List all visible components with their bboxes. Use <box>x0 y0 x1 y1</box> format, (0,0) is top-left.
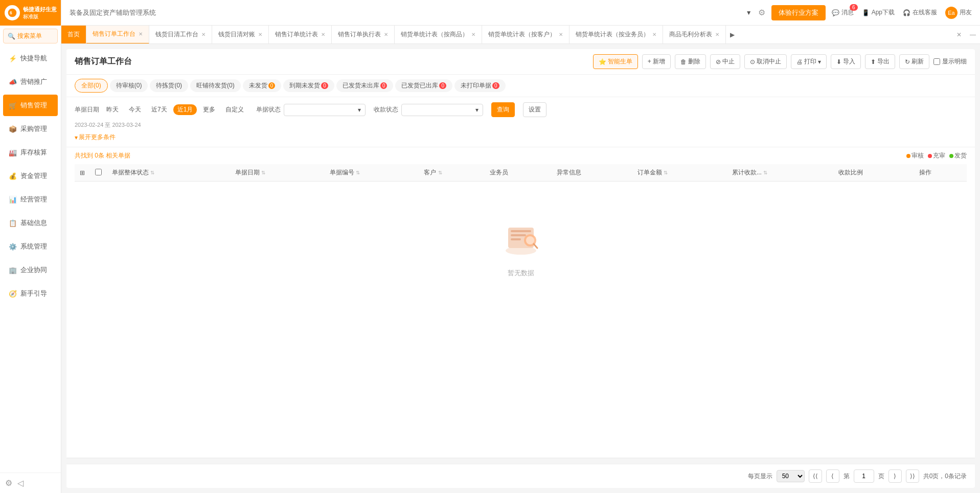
tab-close-icon[interactable]: ✕ <box>715 32 719 37</box>
sidebar-item-marketing[interactable]: 📣 营销推广 <box>3 71 58 93</box>
amount-sort-icon[interactable]: ⇅ <box>664 170 668 175</box>
status-filter-select[interactable]: ▾ <box>284 104 366 116</box>
enterprise-icon: 🏢 <box>8 265 17 275</box>
sidebar-item-enterprise[interactable]: 🏢 企业协同 <box>3 259 58 281</box>
date-custom-btn[interactable]: 自定义 <box>221 104 248 115</box>
sidebar-item-finance[interactable]: 💰 资金管理 <box>3 165 58 187</box>
sub-tab-wangpu-pending-ship[interactable]: 旺铺待发货(0) <box>190 79 241 92</box>
sub-tab-pending-inspection[interactable]: 待拣货(0) <box>150 79 188 92</box>
tab-minimize-button[interactable]: — <box>966 31 980 38</box>
sidebar-item-quick-nav[interactable]: ⚡ 快捷导航 <box>3 48 58 69</box>
refresh-button[interactable]: ↻ 刷新 <box>899 54 929 69</box>
next-page-btn[interactable]: ⟩ <box>888 469 902 483</box>
tab-more-button[interactable]: ▶ <box>726 31 739 38</box>
tab-close-icon[interactable]: ✕ <box>321 32 325 37</box>
ship-dot <box>949 154 953 158</box>
page-input[interactable] <box>854 469 874 483</box>
smart-create-button[interactable]: ⭐ 智能生单 <box>593 54 638 69</box>
tab-sales-order-workbench[interactable]: 销售订单工作台 ✕ <box>86 26 149 44</box>
number-sort-icon[interactable]: ⇅ <box>356 170 360 175</box>
tab-close-icon[interactable]: ✕ <box>471 32 475 37</box>
show-detail-label[interactable]: 显示明细 <box>933 57 967 66</box>
ship-quick-btn[interactable]: 发货 <box>949 151 967 160</box>
tab-sales-stats-by-customer[interactable]: 销货单统计表（按客户） ✕ <box>482 26 569 44</box>
svg-point-0 <box>8 9 16 17</box>
first-page-btn[interactable]: ⟨⟨ <box>809 469 822 483</box>
stop-button[interactable]: ⊘ 中止 <box>710 54 740 69</box>
review-quick-btn[interactable]: 审核 <box>906 151 924 160</box>
sub-tab-overdue-not-shipped[interactable]: 到期未发货0 <box>283 79 334 92</box>
horizontal-scrollbar[interactable] <box>66 458 975 464</box>
per-page-select[interactable]: 50 10 20 100 <box>777 470 805 482</box>
date-today-btn[interactable]: 今天 <box>125 104 145 115</box>
column-settings-icon[interactable]: ⊞ <box>80 169 85 176</box>
export-button[interactable]: ⬆ 导出 <box>865 54 895 69</box>
message-action[interactable]: 💬 消息 6 <box>832 8 854 17</box>
sub-tab-not-shipped[interactable]: 未发货0 <box>243 79 282 92</box>
user-action[interactable]: Ea 用友 <box>945 7 972 19</box>
anti-review-quick-btn[interactable]: 充审 <box>928 151 945 160</box>
sub-tab-shipped-warehoused[interactable]: 已发货已出库0 <box>395 79 452 92</box>
settings-bottom-icon[interactable]: ⚙ <box>5 478 12 488</box>
tab-cash-daily-reconcile[interactable]: 钱货日清对账 ✕ <box>212 26 269 44</box>
cancel-stop-button[interactable]: ⊙ 取消中止 <box>744 54 787 69</box>
last-page-btn[interactable]: ⟩⟩ <box>906 469 919 483</box>
tab-home[interactable]: 首页 <box>61 26 86 44</box>
tabbar: 首页 销售订单工作台 ✕ 钱货日清工作台 ✕ 钱货日清对账 ✕ 销售订单统计表 … <box>61 26 980 44</box>
tab-sales-stats-by-staff[interactable]: 销货单统计表（按业务员） ✕ <box>569 26 663 44</box>
show-detail-checkbox[interactable] <box>933 58 940 65</box>
sidebar-item-system[interactable]: ⚙️ 系统管理 <box>3 236 58 257</box>
th-customer: 客户 ⇅ <box>419 164 485 182</box>
sidebar-item-purchase[interactable]: 📦 采购管理 <box>3 118 58 140</box>
new-button[interactable]: + 新增 <box>642 54 671 69</box>
tab-close-all-button[interactable]: ✕ <box>952 31 966 38</box>
system-dropdown[interactable]: ▼ <box>746 9 752 16</box>
collapse-icon[interactable]: ◁ <box>17 478 24 488</box>
tab-close-icon[interactable]: ✕ <box>139 31 143 37</box>
tab-sales-stats-by-product[interactable]: 销货单统计表（按商品） ✕ <box>395 26 482 44</box>
tab-close-icon[interactable]: ✕ <box>384 32 388 37</box>
delete-button[interactable]: 🗑 删除 <box>675 54 706 69</box>
collected-sort-icon[interactable]: ⇅ <box>763 170 767 175</box>
customer-sort-icon[interactable]: ⇅ <box>438 170 442 175</box>
tab-close-icon[interactable]: ✕ <box>559 32 563 37</box>
tab-product-margin[interactable]: 商品毛利分析表 ✕ <box>663 26 726 44</box>
tab-sales-order-exec[interactable]: 销售订单执行表 ✕ <box>332 26 395 44</box>
tab-cash-daily-workbench[interactable]: 钱货日清工作台 ✕ <box>149 26 212 44</box>
app-download-action[interactable]: 📱 App下载 <box>862 8 895 17</box>
sidebar-item-operations[interactable]: 📊 经营管理 <box>3 189 58 210</box>
date-7days-btn[interactable]: 近7天 <box>147 104 171 115</box>
tab-close-icon[interactable]: ✕ <box>201 32 206 37</box>
sidebar-item-basic-info[interactable]: 📋 基础信息 <box>3 212 58 234</box>
main-area: 装备及固定资产辅助管理系统 ▼ ⚙ 体验行业方案 💬 消息 6 📱 App下载 … <box>61 0 980 493</box>
payment-filter-select[interactable]: ▾ <box>401 104 483 116</box>
search-menu-button[interactable]: 🔍 搜索菜单 <box>3 29 58 43</box>
date-yesterday-btn[interactable]: 昨天 <box>102 104 123 115</box>
sidebar-item-guide[interactable]: 🧭 新手引导 <box>3 283 58 304</box>
sub-tab-shipped-not-warehoused[interactable]: 已发货未出库0 <box>336 79 394 92</box>
sub-tab-pending-review[interactable]: 待审核(0) <box>110 79 148 92</box>
svg-rect-5 <box>511 234 526 236</box>
date-1month-btn[interactable]: 近1月 <box>173 104 197 115</box>
select-all-checkbox[interactable] <box>95 169 102 175</box>
topbar-gear-icon[interactable]: ⚙ <box>758 8 765 17</box>
shipped-warehoused-badge: 0 <box>439 82 446 89</box>
query-button[interactable]: 查询 <box>491 102 515 117</box>
industry-solution-button[interactable]: 体验行业方案 <box>771 5 826 20</box>
sub-tab-not-printed[interactable]: 未打印单据0 <box>454 79 506 92</box>
sub-tab-all[interactable]: 全部(0) <box>75 79 108 93</box>
reset-button[interactable]: 设置 <box>523 102 546 117</box>
date-more-btn[interactable]: 更多 <box>199 104 219 115</box>
sidebar-item-sales[interactable]: 🛒 销售管理 <box>3 95 58 116</box>
tab-close-icon[interactable]: ✕ <box>652 32 656 37</box>
expand-filter-btn[interactable]: ▾ 展开更多条件 <box>75 133 116 142</box>
sidebar-item-inventory[interactable]: 🏭 库存核算 <box>3 142 58 163</box>
print-button[interactable]: 🖨 打印 ▾ <box>791 54 827 69</box>
date-sort-icon[interactable]: ⇅ <box>261 170 265 175</box>
import-button[interactable]: ⬇ 导入 <box>831 54 861 69</box>
online-service-action[interactable]: 🎧 在线客服 <box>903 8 937 17</box>
tab-sales-order-stats[interactable]: 销售订单统计表 ✕ <box>269 26 332 44</box>
prev-page-btn[interactable]: ⟨ <box>826 469 839 483</box>
tab-close-icon[interactable]: ✕ <box>258 32 262 37</box>
status-sort-icon[interactable]: ⇅ <box>150 170 154 175</box>
